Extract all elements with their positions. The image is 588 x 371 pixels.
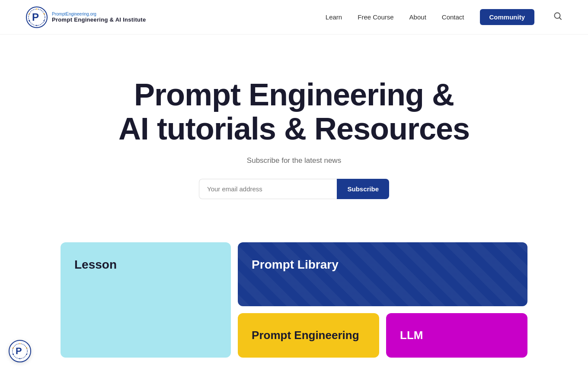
svg-point-7: [29, 13, 30, 14]
navbar: P PromptEngineering.org Prompt Engineeri…: [0, 0, 588, 35]
svg-point-14: [26, 354, 27, 355]
nav-link-about[interactable]: About: [409, 13, 426, 21]
hero-section: Prompt Engineering & AI tutorials & Reso…: [0, 35, 588, 234]
logo-icon: P: [26, 6, 48, 28]
email-input[interactable]: [199, 179, 337, 199]
svg-text:P: P: [32, 11, 39, 23]
svg-line-9: [559, 18, 561, 19]
prompt-engineering-card[interactable]: Prompt Engineering: [238, 313, 379, 358]
svg-point-17: [13, 347, 14, 349]
subscribe-button[interactable]: Subscribe: [337, 179, 389, 199]
svg-point-5: [36, 25, 38, 26]
svg-point-3: [44, 13, 45, 14]
svg-point-16: [13, 354, 14, 355]
svg-text:P: P: [16, 346, 22, 356]
svg-point-15: [19, 358, 21, 359]
llm-card[interactable]: LLM: [386, 313, 527, 358]
prompt-library-card[interactable]: Prompt Library: [238, 242, 527, 306]
logo-text: PromptEngineering.org Prompt Engineering…: [52, 12, 146, 23]
nav-link-free-course[interactable]: Free Course: [358, 13, 393, 21]
bottom-cards: Prompt Engineering LLM: [238, 313, 527, 358]
cards-section: Lesson Prompt Library Prompt Engineering…: [0, 242, 588, 358]
llm-card-title: LLM: [400, 329, 514, 342]
search-icon[interactable]: [553, 12, 562, 22]
right-cards: Prompt Library Prompt Engineering LLM: [238, 242, 527, 358]
nav-link-learn[interactable]: Learn: [326, 13, 342, 21]
logo[interactable]: P PromptEngineering.org Prompt Engineeri…: [26, 6, 146, 28]
svg-point-12: [19, 343, 21, 344]
lesson-card-title: Lesson: [74, 258, 217, 272]
prompt-library-card-title: Prompt Library: [252, 258, 514, 272]
svg-point-2: [36, 8, 38, 10]
subscribe-form: Subscribe: [199, 179, 389, 199]
svg-point-6: [29, 20, 30, 21]
logo-bottom-text: Prompt Engineering & AI Institute: [52, 16, 146, 23]
svg-point-4: [44, 20, 45, 21]
svg-point-13: [26, 347, 27, 349]
nav-links: Learn Free Course About Contact Communit…: [326, 9, 562, 25]
hero-subtitle: Subscribe for the latest news: [17, 156, 571, 165]
nav-link-contact[interactable]: Contact: [442, 13, 464, 21]
lesson-card[interactable]: Lesson: [61, 242, 231, 358]
prompt-engineering-card-title: Prompt Engineering: [252, 329, 365, 342]
community-button[interactable]: Community: [480, 9, 535, 25]
logo-top-text: PromptEngineering.org: [52, 12, 146, 16]
floating-logo-badge[interactable]: P: [9, 340, 31, 362]
hero-title: Prompt Engineering & AI tutorials & Reso…: [99, 78, 489, 146]
